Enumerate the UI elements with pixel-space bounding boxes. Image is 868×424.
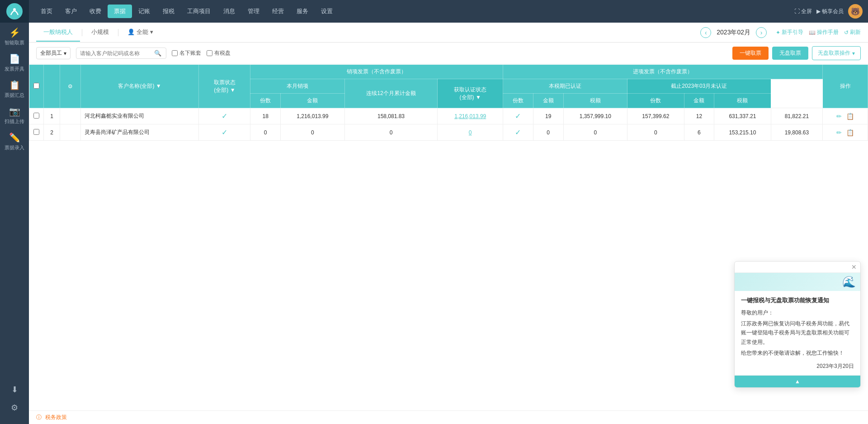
search-input[interactable]	[80, 50, 152, 57]
cumulative-link-2[interactable]: 0	[469, 129, 472, 136]
sub-account-check[interactable]	[172, 50, 178, 56]
tab-all-icon: 👤	[127, 29, 135, 35]
table-row: 2 灵寿县尚泽矿产品有限公司 ✓ 0 0 0 0 ✓ 0 0 0 6 153,2…	[29, 124, 868, 141]
row1-unrecog-amount: 631,337.21	[714, 108, 771, 124]
book-icon: 📖	[809, 29, 816, 36]
tab-all[interactable]: 👤 全能 ▾	[120, 24, 160, 42]
topnav-items: 首页 客户 收费 票据 记账 报税 工商项目 消息 管理 经营 服务 设置	[34, 5, 794, 18]
th-checkbox	[29, 65, 44, 108]
th-settings: ⚙	[60, 65, 81, 108]
nav-manage[interactable]: 管理	[241, 5, 266, 18]
view-icon[interactable]: 📋	[846, 113, 854, 120]
tab-divider-1	[82, 29, 82, 36]
tax-policy-link[interactable]: 税务政策	[45, 414, 67, 421]
row1-settings	[60, 108, 81, 124]
sidebar-item-scan-upload[interactable]: 📷 扫描上传	[0, 101, 29, 128]
row2-purchase-amount: 0	[563, 124, 627, 141]
row2-sales-count: 0	[250, 124, 281, 141]
notification-title: 一键报税与无盘取票功能恢复通知	[741, 295, 854, 305]
edit-icon[interactable]: ✏	[836, 113, 842, 120]
view-icon-2[interactable]: 📋	[846, 129, 854, 136]
th-recognition-status: 获取认证状态(全部) ▼	[438, 79, 503, 108]
fullscreen-icon: ⛶	[794, 8, 800, 14]
row2-check[interactable]	[33, 129, 39, 135]
info-icon: ⓘ	[36, 414, 42, 421]
nav-billing[interactable]: 收费	[83, 5, 108, 18]
nav-client[interactable]: 客户	[59, 5, 83, 18]
th-sales-count: 份数	[250, 94, 281, 108]
row2-sales-amount: 0	[281, 124, 345, 141]
th-cumulative: 连续12个月累计金额	[344, 79, 438, 108]
member-btn[interactable]: ▶ 畅享会员	[816, 8, 844, 15]
no-disk-ops-btn[interactable]: 无盘取票操作 ▾	[812, 46, 861, 60]
nav-bookkeeping[interactable]: 记账	[132, 5, 156, 18]
notification-body1: 江苏政务网已恢复访问电子税务局功能，易代账一键登陆电子税务局与无盘取票相关功能可…	[741, 319, 854, 347]
row1-unrecog-count: 12	[684, 108, 714, 124]
sidebar-item-data-entry[interactable]: ✏️ 票据录入	[0, 128, 29, 154]
row1-fetch-status: ✓	[199, 108, 250, 124]
nav-finance[interactable]: 经营	[266, 5, 290, 18]
employee-select[interactable]: 全部员工 ▾	[36, 47, 71, 59]
notification-close-btn[interactable]: ✕	[851, 263, 857, 271]
row1-purchase-tax: 157,399.62	[627, 108, 684, 124]
tab-general-taxpayer[interactable]: 一般纳税人	[36, 24, 80, 42]
sidebar-item-label: 发票开具	[5, 66, 24, 72]
sidebar-item-issue-invoice[interactable]: 📄 发票开具	[0, 49, 29, 75]
row1-unrecog-tax: 81,822.21	[771, 108, 823, 124]
nav-service[interactable]: 服务	[290, 5, 315, 18]
row1-num: 1	[44, 108, 60, 124]
no-disk-fetch-btn[interactable]: 无盘取票	[772, 47, 808, 60]
nav-message[interactable]: 消息	[217, 5, 241, 18]
row1-recognition-status: ✓	[503, 108, 533, 124]
date-next-btn[interactable]: ›	[756, 27, 767, 38]
has-tax-disk-checkbox[interactable]: 有税盘	[207, 49, 231, 57]
one-click-fetch-btn[interactable]: 一键取票	[732, 47, 769, 60]
nav-home[interactable]: 首页	[34, 5, 59, 18]
nav-settings[interactable]: 设置	[315, 5, 339, 18]
manual-btn[interactable]: 📖 操作手册	[809, 29, 839, 36]
sidebar-settings[interactable]: ⚙	[0, 399, 29, 417]
notification-img: 🌊	[735, 273, 860, 291]
edit-icon-2[interactable]: ✏	[836, 129, 842, 136]
row2-fetch-status: ✓	[199, 124, 250, 141]
row2-customer: 灵寿县尚泽矿产品有限公司	[80, 124, 199, 141]
has-tax-disk-check[interactable]	[207, 50, 212, 56]
th-purchase-amount: 金额	[533, 94, 563, 108]
notification-scroll-btn[interactable]: ▲	[735, 376, 860, 387]
notification-greeting: 尊敬的用户：	[741, 308, 854, 317]
th-this-month-sales: 本月销项	[250, 79, 344, 94]
nav-tax[interactable]: 报税	[156, 5, 181, 18]
cumulative-link[interactable]: 1,216,013.99	[454, 113, 486, 119]
sidebar-logo	[0, 0, 29, 23]
nav-invoice[interactable]: 票据	[108, 5, 132, 18]
tabbar: 一般纳税人 小规模 👤 全能 ▾ ‹ 2023年02月 › ✦ 新手引导 📖	[29, 23, 868, 43]
table-row: 1 河北柯鑫栀实业有限公司 ✓ 18 1,216,013.99 158,081.…	[29, 108, 868, 124]
sub-account-checkbox[interactable]: 名下账套	[172, 49, 201, 57]
tab-small-scale[interactable]: 小规模	[84, 24, 116, 42]
sidebar-item-label: 票据录入	[5, 144, 24, 151]
row1-customer: 河北柯鑫栀实业有限公司	[80, 108, 199, 124]
avatar[interactable]: 🐻	[848, 4, 863, 19]
newbie-guide-btn[interactable]: ✦ 新手引导	[776, 29, 803, 36]
date-prev-btn[interactable]: ‹	[700, 27, 711, 38]
select-all-checkbox[interactable]	[33, 83, 39, 89]
row1-check[interactable]	[33, 113, 39, 119]
date-nav: ‹ 2023年02月 ›	[700, 27, 767, 38]
nav-biz-project[interactable]: 工商项目	[181, 5, 217, 18]
check-circle-icon-2: ✓	[222, 129, 227, 136]
tab-right-actions: ✦ 新手引导 📖 操作手册 ↺ 刷新	[776, 29, 861, 36]
notification-popup: ✕ 🌊 一键报税与无盘取票功能恢复通知 尊敬的用户： 江苏政务网已恢复访问电子税…	[734, 261, 861, 388]
row2-settings	[60, 124, 81, 141]
sidebar-item-invoice-summary[interactable]: 📋 票据汇总	[0, 75, 29, 101]
refresh-btn[interactable]: ↺ 刷新	[844, 29, 861, 36]
sidebar-item-smart-fetch[interactable]: ⚡ 智能取票	[0, 23, 29, 49]
fullscreen-btn[interactable]: ⛶ 全屏	[794, 8, 812, 15]
row2-cumulative[interactable]: 0	[438, 124, 503, 141]
row1-checkbox[interactable]	[29, 108, 44, 124]
filter-actions: 一键取票 无盘取票 无盘取票操作 ▾	[732, 46, 861, 60]
sidebar-download[interactable]: ⬇	[0, 381, 29, 399]
tab-divider-2	[118, 29, 118, 36]
sidebar: ⚡ 智能取票 📄 发票开具 📋 票据汇总 📷 扫描上传 ✏️ 票据录入 ⬇ ⚙	[0, 0, 29, 424]
row1-cumulative[interactable]: 1,216,013.99	[438, 108, 503, 124]
row2-checkbox[interactable]	[29, 124, 44, 141]
